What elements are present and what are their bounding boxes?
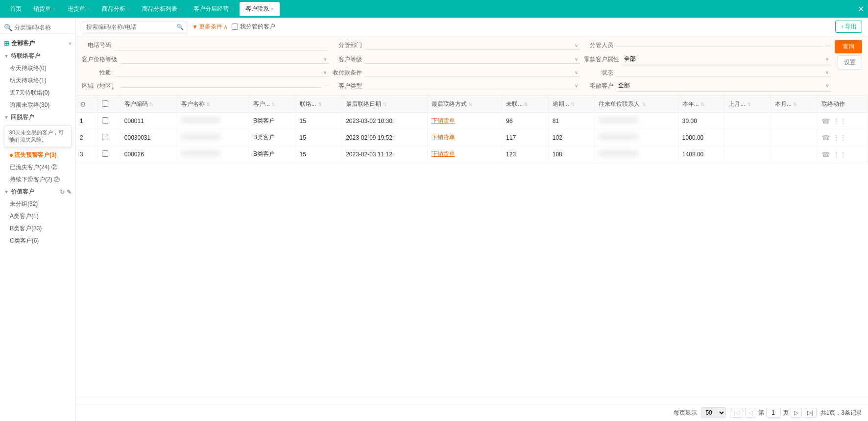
filter-row-3: 性质 ∨ 收付款条件 ∨ (82, 68, 831, 77)
filter-cust-type-arrow: ∨ (575, 83, 578, 88)
action-contact-icon[interactable]: ☎ (821, 134, 830, 142)
my-customer-checkbox[interactable] (232, 24, 238, 30)
filter-retail-select[interactable]: 全部 ∨ (616, 80, 831, 92)
cell-overdue: 81 (548, 113, 595, 129)
filter-price-select[interactable]: ∨ (120, 55, 329, 64)
sidebar-item-week-contact[interactable]: 近7天待联络(0) (0, 87, 75, 99)
row-checkbox-1[interactable] (102, 134, 108, 140)
col-name[interactable]: 客户名称 ⇅ (177, 96, 249, 113)
section-churn[interactable]: ▼ 回脱客户 (0, 111, 75, 124)
tab-customer-contact-close[interactable]: × (271, 6, 274, 12)
filter-receivable: 零款客户属性 全部 ∨ (584, 53, 831, 65)
tab-analysis-close[interactable]: × (127, 6, 130, 12)
col-contact-count[interactable]: 联络... ⇅ (295, 96, 342, 113)
col-type[interactable]: 客户... ⇅ (249, 96, 295, 113)
refresh-icon[interactable]: ↻ (60, 189, 65, 196)
filter-region-select[interactable] (120, 84, 321, 88)
filter-region-dots[interactable]: ··· (324, 82, 329, 89)
sidebar-item-b-class[interactable]: B类客户(33) (0, 223, 75, 235)
query-button[interactable]: 查询 (835, 40, 862, 53)
filter-phone-input[interactable] (114, 40, 329, 50)
sidebar-item-today-contact[interactable]: 今天待联络(0) (0, 62, 75, 74)
section-pending-contact[interactable]: ▼ 待联络客户 (0, 50, 75, 62)
col-last-method[interactable]: 最后联络方式 ⇅ (427, 96, 502, 113)
my-customer-label[interactable]: 我分管的客户 (232, 23, 275, 31)
filter-person-select[interactable] (616, 44, 823, 47)
customer-table: ⚙ 客户编码 ⇅ 客户名称 ⇅ 客户... ⇅ 联络... ⇅ 最后联络日期 ⇅… (76, 96, 868, 163)
total-label: 共1页，3条记录 (820, 409, 862, 417)
filter-payment-select[interactable]: ∨ (365, 68, 579, 77)
filter-gender-select[interactable]: ∨ (114, 68, 329, 77)
last-method-link[interactable]: 下销货单 (432, 117, 455, 124)
next-page-btn[interactable]: ▷ (791, 408, 802, 418)
col-unit-contact[interactable]: 往来单位联系人 ⇅ (595, 96, 678, 113)
table-hscroll[interactable] (76, 397, 868, 404)
prev-page-btn[interactable]: ◁ (745, 408, 756, 418)
tab-customer-contact[interactable]: 客户联系 × (240, 2, 280, 16)
sidebar-search-input[interactable] (14, 24, 76, 31)
sidebar-item-churn-warning[interactable]: 流失预警客户(3) (0, 149, 75, 161)
tab-home[interactable]: 首页 (4, 2, 27, 16)
filter-retail-label: 零散客户 (584, 82, 613, 90)
tab-sales[interactable]: 销货单 × (27, 2, 62, 16)
tab-customer-layer-close[interactable]: × (231, 6, 234, 12)
search-input[interactable] (86, 24, 174, 30)
select-all-checkbox[interactable] (102, 100, 108, 107)
tab-sales-close[interactable]: × (53, 6, 56, 12)
tab-customer-contact-label: 客户联系 (245, 5, 269, 13)
col-this-year[interactable]: 本年... ⇅ (678, 96, 724, 113)
tab-analysis-list[interactable]: 商品分析列表 × (136, 2, 188, 16)
row-checkbox-2[interactable] (102, 150, 108, 157)
tab-customer-layer[interactable]: 客户分层经营 × (188, 2, 240, 16)
gear-icon[interactable]: ⚙ (80, 100, 86, 108)
col-code[interactable]: 客户编码 ⇅ (120, 96, 177, 113)
search-icon[interactable]: 🔍 (176, 24, 184, 30)
action-more-icon[interactable]: ⋮⋮ (833, 134, 846, 142)
action-more-icon[interactable]: ⋮⋮ (833, 150, 846, 158)
first-page-btn[interactable]: |◁ (730, 408, 743, 418)
tab-bar: 首页 销货单 × 进货单 × 商品分析 × 商品分析列表 × 客户分层经营 × … (0, 0, 868, 18)
close-all-icon[interactable]: ✕ (858, 4, 864, 14)
sidebar-item-a-class[interactable]: A类客户(1) (0, 210, 75, 223)
tab-analysis-list-close[interactable]: × (179, 6, 182, 12)
sidebar-all-customers[interactable]: ⊞ 全部客户 « (0, 37, 75, 50)
page-input[interactable] (766, 408, 781, 418)
row-checkbox-0[interactable] (102, 117, 108, 124)
section-value-customers[interactable]: ▼ 价值客户 ↻ ✎ (0, 186, 75, 198)
last-page-btn[interactable]: ▷| (804, 408, 817, 418)
sidebar-item-tomorrow-contact[interactable]: 明天待联络(1) (0, 74, 75, 87)
export-button[interactable]: ↑ 导出 (835, 21, 862, 33)
cell-contact-count: 15 (295, 113, 342, 129)
more-conditions-btn[interactable]: ▼ 更多条件 ∧ (192, 23, 228, 31)
last-method-link[interactable]: 下销货单 (432, 134, 455, 141)
settings-button[interactable]: 设置 (838, 55, 862, 70)
col-overdue[interactable]: 逾期... ⇅ (548, 96, 595, 113)
filter-phone-label: 电话号码 (82, 41, 111, 50)
filter-person-dots[interactable]: ··· (826, 42, 831, 49)
sidebar-item-declining[interactable]: 持续下滑客户(2) ② (0, 173, 75, 186)
action-contact-icon[interactable]: ☎ (821, 117, 830, 125)
last-method-link[interactable]: 下销货单 (432, 150, 455, 157)
sidebar-item-c-class[interactable]: C类客户(6) (0, 235, 75, 247)
tab-analysis[interactable]: 商品分析 × (96, 2, 136, 16)
tab-purchase[interactable]: 进货单 × (62, 2, 96, 16)
filter-cust-type-select[interactable]: ∨ (365, 81, 579, 90)
col-last-month[interactable]: 上月... ⇅ (724, 96, 771, 113)
table-row: 1000011B类客户152023-03-02 10:30:下销货单968130… (76, 113, 868, 129)
sidebar-item-overdue-contact[interactable]: 逾期未联络(30) (0, 99, 75, 111)
filter-receivable-select[interactable]: 全部 ∨ (622, 53, 831, 65)
col-last-date[interactable]: 最后联络日期 ⇅ (342, 96, 428, 113)
tab-purchase-close[interactable]: × (87, 6, 90, 12)
filter-dept-select[interactable]: ∨ (365, 41, 579, 50)
edit-icon[interactable]: ✎ (67, 189, 72, 196)
sidebar-item-ungrouped[interactable]: 未分组(32) (0, 198, 75, 210)
sidebar-item-already-churned[interactable]: 已流失客户(24) ② (0, 161, 75, 173)
col-no-contact[interactable]: 未联... ⇅ (502, 96, 549, 113)
filter-cust-grade-select[interactable]: ∨ (365, 55, 579, 64)
action-contact-icon[interactable]: ☎ (821, 150, 830, 158)
col-this-month[interactable]: 本月... ⇅ (771, 96, 818, 113)
page-size-select[interactable]: 50 100 (701, 407, 726, 418)
action-more-icon[interactable]: ⋮⋮ (833, 117, 846, 125)
filter-retail-arrow: ∨ (825, 83, 829, 88)
filter-status-select[interactable]: ∨ (616, 68, 831, 77)
